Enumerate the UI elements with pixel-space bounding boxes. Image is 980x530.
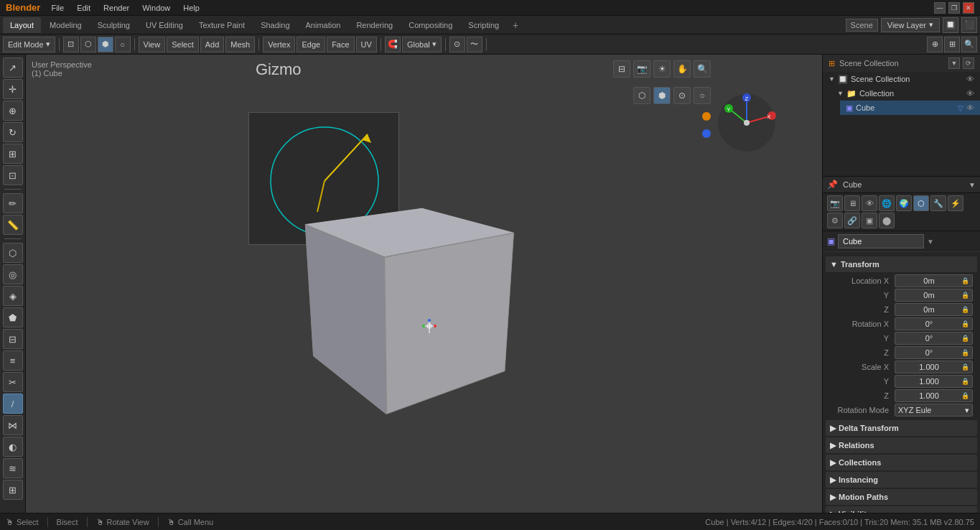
transform-gizmo[interactable]: [422, 319, 434, 330]
tool-bevel[interactable]: ⬟: [3, 307, 23, 327]
object-options-btn[interactable]: ▼: [927, 238, 934, 246]
add-workspace-button[interactable]: +: [508, 17, 523, 33]
location-z-lock[interactable]: 🔒: [961, 306, 969, 313]
scene-dropdown[interactable]: Scene: [846, 19, 878, 32]
transform-header[interactable]: ▼ Transform: [826, 256, 977, 272]
collections-header[interactable]: ▶ Collections: [826, 455, 977, 470]
menu-file[interactable]: File: [47, 3, 67, 13]
prop-tab-physics[interactable]: ⚙: [827, 213, 843, 228]
tool-poly-build[interactable]: ⋈: [3, 415, 23, 435]
viewport-shading-render[interactable]: ○: [115, 37, 131, 52]
tool-add-mesh[interactable]: ⬡: [3, 243, 23, 263]
viewport[interactable]: User Perspective (1) Cube Gizmo: [26, 55, 822, 513]
workspace-tab-sculpting[interactable]: Sculpting: [90, 17, 137, 33]
tool-spin[interactable]: ◐: [3, 437, 23, 457]
scale-y-lock[interactable]: 🔒: [961, 378, 969, 385]
shading-rendered[interactable]: ○: [694, 87, 711, 104]
snap-icon[interactable]: 🧲: [385, 37, 401, 52]
outliner-filter-btn[interactable]: ▼: [948, 57, 960, 69]
prop-tab-object[interactable]: ⬡: [913, 195, 929, 211]
tool-rotate[interactable]: ↻: [3, 122, 23, 142]
rotation-z-lock[interactable]: 🔒: [961, 349, 969, 356]
viewport-shading-btn2[interactable]: ⬡: [80, 37, 96, 52]
workspace-tab-shading[interactable]: Shading: [253, 17, 297, 33]
render-icon-button[interactable]: ⬛: [961, 17, 977, 33]
workspace-tab-animation[interactable]: Animation: [299, 17, 348, 33]
prop-tab-scene[interactable]: 🌐: [879, 195, 895, 211]
scale-x-lock[interactable]: 🔒: [961, 363, 969, 371]
close-button[interactable]: ✕: [963, 2, 974, 14]
tool-edge-slide[interactable]: ⊞: [3, 480, 23, 500]
rotation-y-lock[interactable]: 🔒: [961, 335, 969, 342]
instancing-header[interactable]: ▶ Instancing: [826, 472, 977, 488]
maximize-button[interactable]: ❐: [948, 2, 960, 14]
scene-icon-button[interactable]: 🔲: [943, 17, 958, 33]
prop-tab-data[interactable]: ▣: [862, 213, 877, 228]
prop-tab-world[interactable]: 🌍: [896, 195, 912, 211]
location-y-lock[interactable]: 🔒: [961, 292, 969, 299]
tool-scale[interactable]: ⊞: [3, 144, 23, 164]
location-y-value[interactable]: 0m 🔒: [895, 289, 973, 302]
proportional-options[interactable]: 〜: [467, 37, 482, 52]
outliner-cube[interactable]: ▣ Cube ▽ 👁: [840, 101, 980, 115]
workspace-tab-uv-editing[interactable]: UV Editing: [139, 17, 190, 33]
tool-bisect[interactable]: /: [3, 394, 23, 414]
outliner-scene-collection[interactable]: ▼ 🔲 Scene Collection 👁: [823, 72, 980, 86]
location-x-value[interactable]: 0m 🔒: [895, 274, 973, 287]
scale-z-value[interactable]: 1.000 🔒: [895, 389, 973, 402]
sun-icon[interactable]: ☀: [653, 60, 671, 78]
shading-lpe[interactable]: ⊙: [673, 87, 691, 104]
workspace-tab-layout[interactable]: Layout: [3, 17, 41, 33]
scene-collection-eye[interactable]: 👁: [966, 75, 974, 83]
view-layer-button[interactable]: View Layer ▾: [881, 18, 940, 32]
workspace-tab-rendering[interactable]: Rendering: [349, 17, 400, 33]
prop-tab-constraints[interactable]: 🔗: [844, 213, 860, 228]
collection-eye[interactable]: 👁: [966, 89, 974, 98]
menu-window[interactable]: Window: [139, 3, 174, 13]
menu-edit[interactable]: Edit: [73, 3, 94, 13]
relations-header[interactable]: ▶ Relations: [826, 437, 977, 453]
face-menu[interactable]: Face: [327, 37, 354, 52]
tool-inset[interactable]: ◈: [3, 286, 23, 306]
object-name-input[interactable]: [838, 234, 924, 248]
tool-move[interactable]: ⊕: [3, 101, 23, 121]
prop-tab-view[interactable]: 👁: [862, 195, 877, 211]
rotation-x-value[interactable]: 0° 🔒: [895, 317, 973, 330]
tool-loop-cut[interactable]: ⊟: [3, 329, 23, 349]
outliner-sync-btn[interactable]: ⟳: [963, 57, 974, 69]
proportional-edit[interactable]: ⊙: [449, 37, 465, 52]
gizmo-toggle[interactable]: ⊞: [944, 37, 960, 52]
viewport-shading-solid[interactable]: ⬢: [98, 37, 113, 52]
scale-z-lock[interactable]: 🔒: [961, 392, 969, 399]
tool-extrude[interactable]: ◎: [3, 264, 23, 284]
axis-gizmo[interactable]: X Y Z: [714, 90, 779, 157]
motion-paths-header[interactable]: ▶ Motion Paths: [826, 489, 977, 505]
rotation-mode-dropdown[interactable]: XYZ Eule ▾: [895, 404, 973, 417]
location-z-value[interactable]: 0m 🔒: [895, 303, 973, 316]
workspace-tab-modeling[interactable]: Modeling: [42, 17, 89, 33]
prop-tab-modifiers[interactable]: 🔧: [930, 195, 946, 211]
scale-y-value[interactable]: 1.000 🔒: [895, 375, 973, 388]
prop-tab-particles[interactable]: ⚡: [948, 195, 963, 211]
location-x-lock[interactable]: 🔒: [961, 277, 969, 284]
prop-tab-material[interactable]: ⬤: [879, 213, 895, 228]
rotation-y-value[interactable]: 0° 🔒: [895, 332, 973, 345]
tool-measure[interactable]: 📏: [3, 215, 23, 235]
tool-cursor[interactable]: ✛: [3, 79, 23, 99]
workspace-tab-scripting[interactable]: Scripting: [461, 17, 506, 33]
rotation-z-value[interactable]: 0° 🔒: [895, 346, 973, 359]
search-btn[interactable]: 🔍: [961, 37, 977, 52]
scale-x-value[interactable]: 1.000 🔒: [895, 361, 973, 373]
prop-pin-icon[interactable]: 📌: [827, 180, 838, 190]
prop-tab-output[interactable]: 🖥: [844, 195, 860, 211]
tool-select-box[interactable]: ↗: [3, 57, 23, 78]
grid-icon[interactable]: ⊟: [613, 60, 630, 78]
camera-icon[interactable]: 📷: [633, 60, 650, 78]
tool-smooth[interactable]: ≋: [3, 458, 23, 478]
visibility-header[interactable]: ▶ Visibility: [826, 506, 977, 513]
vertex-menu[interactable]: Vertex: [263, 37, 295, 52]
uv-menu[interactable]: UV: [356, 37, 377, 52]
minimize-button[interactable]: —: [934, 2, 946, 14]
delta-transform-header[interactable]: ▶ Delta Transform: [826, 420, 977, 436]
view-menu[interactable]: View: [139, 37, 166, 52]
